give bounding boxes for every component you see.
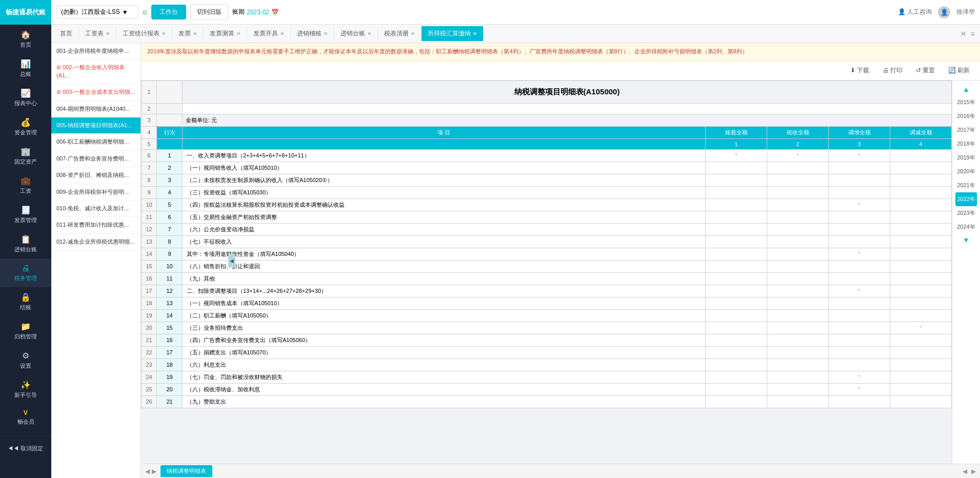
col-c-cell[interactable]: * <box>706 149 767 162</box>
col-c-cell[interactable] <box>706 162 767 174</box>
col-c-cell[interactable] <box>706 297 767 309</box>
refresh-button[interactable]: 🔄 刷新 <box>944 64 974 77</box>
tab-close-icon[interactable]: ✕ <box>236 31 241 36</box>
col-e-cell[interactable] <box>829 358 890 371</box>
seq-cell[interactable]: 9 <box>157 248 183 260</box>
col-e-cell[interactable] <box>829 272 890 285</box>
year-item[interactable]: 2018年 <box>955 137 976 151</box>
sidebar-item-input-ledger[interactable]: 📋 进销台账 <box>0 229 51 258</box>
col-c-cell[interactable] <box>706 260 767 272</box>
left-panel-item-003[interactable]: ⊘ 003-一般企业成本支出明细... <box>51 84 141 101</box>
tab-tax-list[interactable]: 税表清册 ✕ <box>378 26 422 41</box>
col-c-cell[interactable] <box>706 223 767 235</box>
user-name[interactable]: 徐泽华 <box>956 8 975 16</box>
seq-cell[interactable]: 19 <box>157 371 183 383</box>
table-wrapper[interactable]: 1 纳税调整项目明细表(A105000) 2 3 <box>141 81 952 464</box>
tab-close-icon[interactable]: ✕ <box>473 31 477 36</box>
col-e-cell[interactable] <box>829 186 890 198</box>
col-f-cell[interactable] <box>890 371 952 383</box>
item-cell[interactable]: （五）交易性金融资产初始投资调整 <box>183 211 706 223</box>
col-c-cell[interactable] <box>706 371 767 383</box>
seq-cell[interactable]: 18 <box>157 358 183 371</box>
item-cell[interactable]: （四）按权益法核算长期股权投资对初始投资成本调整确认收益 <box>183 198 706 211</box>
customer-service[interactable]: 👤 人工咨询 <box>898 8 932 16</box>
sidebar-item-settings[interactable]: ⚙ 设置 <box>0 346 51 375</box>
col-f-cell[interactable] <box>890 248 952 260</box>
year-nav-up[interactable]: ▲ <box>961 83 972 95</box>
seq-cell[interactable]: 14 <box>157 309 183 322</box>
col-d-cell[interactable] <box>767 223 829 235</box>
col-f-cell[interactable] <box>890 285 952 297</box>
item-cell[interactable]: （七）不征税收入 <box>183 235 706 248</box>
sidebar-item-ledger[interactable]: 📊 总账 <box>0 54 51 83</box>
item-cell[interactable]: （一）视同销售成本（填写A105010） <box>183 297 706 309</box>
tab-input-check[interactable]: 进销稽核 ✕ <box>291 26 334 41</box>
col-d-cell[interactable] <box>767 174 829 186</box>
year-item[interactable]: 2021年 <box>955 178 976 192</box>
col-c-cell[interactable] <box>706 174 767 186</box>
col-c-cell[interactable] <box>706 309 767 322</box>
year-item[interactable]: 2015年 <box>955 95 976 109</box>
col-e-cell[interactable] <box>829 211 890 223</box>
year-item[interactable]: 2023年 <box>955 206 976 220</box>
sidebar-item-invoice-mgmt[interactable]: 🧾 发票管理 <box>0 200 51 229</box>
col-f-cell[interactable] <box>890 198 952 211</box>
company-selector[interactable]: (勿删）江西股金-LSS ▼ <box>56 5 138 19</box>
item-cell[interactable]: 二、扣除类调整项目（13+14+...24+26+27+28+29+30） <box>183 285 706 297</box>
left-panel-item-009[interactable]: 009-企业所得税弥补亏损明... <box>51 184 141 201</box>
year-item[interactable]: 2022年 <box>955 192 976 206</box>
seq-cell[interactable]: 15 <box>157 322 183 334</box>
tab-close-icon[interactable]: ✕ <box>280 31 284 36</box>
col-f-cell[interactable]: * <box>890 322 952 334</box>
col-d-cell[interactable] <box>767 383 829 395</box>
unpin-button[interactable]: ◀◀ 取消固定 <box>3 441 49 456</box>
seq-cell[interactable]: 7 <box>157 223 183 235</box>
item-cell[interactable]: （九）其他 <box>183 272 706 285</box>
col-c-cell[interactable] <box>706 272 767 285</box>
tab-tax-settlement[interactable]: 所得税汇算缴纳 ✕ <box>422 26 484 41</box>
left-panel-item-010[interactable]: 010-免税、减计收入及加计... <box>51 201 141 217</box>
year-item[interactable]: 2019年 <box>955 151 976 165</box>
reset-button[interactable]: ↺ 重置 <box>912 64 939 77</box>
col-e-cell[interactable] <box>829 174 890 186</box>
col-c-cell[interactable] <box>706 346 767 358</box>
seq-cell[interactable]: 2 <box>157 162 183 174</box>
col-d-cell[interactable] <box>767 395 829 408</box>
sidebar-item-home[interactable]: 🏠 首页 <box>0 25 51 54</box>
col-d-cell[interactable] <box>767 272 829 285</box>
col-e-cell[interactable] <box>829 162 890 174</box>
col-d-cell[interactable] <box>767 162 829 174</box>
download-button[interactable]: ⬇ 下载 <box>846 64 873 77</box>
col-f-cell[interactable] <box>890 309 952 322</box>
col-d-cell[interactable] <box>767 346 829 358</box>
col-d-cell[interactable] <box>767 198 829 211</box>
seq-cell[interactable]: 11 <box>157 272 183 285</box>
seq-cell[interactable]: 12 <box>157 285 183 297</box>
item-cell[interactable]: 其中：专项用途财政性资金（填写A105040） <box>183 248 706 260</box>
col-f-cell[interactable] <box>890 358 952 371</box>
tab-invoice-issue[interactable]: 发票开具 ✕ <box>247 26 291 41</box>
item-cell[interactable]: （八）销售折扣、折让和退回 <box>183 260 706 272</box>
tab-close-icon[interactable]: ✕ <box>411 31 415 36</box>
col-d-cell[interactable] <box>767 285 829 297</box>
col-f-cell[interactable] <box>890 334 952 346</box>
bottom-tab-main[interactable]: 纳税调整明细表 <box>161 465 212 477</box>
tab-close-icon[interactable]: ✕ <box>367 31 371 36</box>
year-item[interactable]: 2020年 <box>955 165 976 178</box>
sidebar-item-fixed-asset[interactable]: 🏢 固定资产 <box>0 142 51 171</box>
col-f-cell[interactable] <box>890 186 952 198</box>
seq-cell[interactable]: 20 <box>157 383 183 395</box>
tab-invoice[interactable]: 发票 ✕ <box>172 26 204 41</box>
item-cell[interactable]: （三）投资收益（填写A105030） <box>183 186 706 198</box>
col-f-cell[interactable] <box>890 174 952 186</box>
col-f-cell[interactable] <box>890 162 952 174</box>
item-cell[interactable]: （六）利息支出 <box>183 358 706 371</box>
print-button[interactable]: 🖨 打印 <box>878 64 907 77</box>
col-e-cell[interactable]: * <box>829 371 890 383</box>
tab-close-icon[interactable]: ✕ <box>162 31 166 36</box>
seq-cell[interactable]: 8 <box>157 235 183 248</box>
item-cell[interactable]: （四）广告费和业务宣传费支出（填写A105060） <box>183 334 706 346</box>
col-e-cell[interactable] <box>829 297 890 309</box>
col-d-cell[interactable] <box>767 334 829 346</box>
year-item[interactable]: 2017年 <box>955 123 976 137</box>
